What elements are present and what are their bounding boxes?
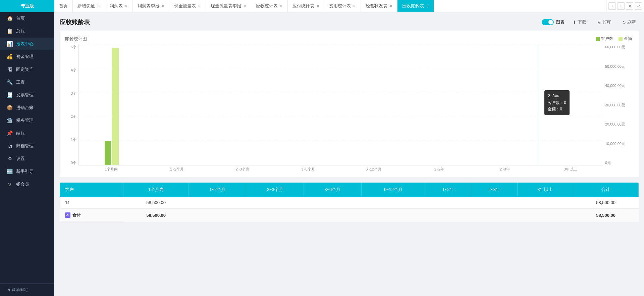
bar-amount-1 — [112, 48, 119, 165]
sidebar-item-salary[interactable]: 🔧 工资 — [0, 76, 54, 89]
tab-close-icon[interactable]: ✕ — [198, 4, 201, 8]
cell-23m — [246, 197, 304, 209]
chart-area: 5个 4个 3个 2个 1个 0个 — [65, 45, 633, 165]
col-23y: 2~3年 — [471, 183, 517, 197]
sidebar-item-invoice[interactable]: 🧾 发票管理 — [0, 89, 54, 101]
tax-icon: 🏦 — [7, 117, 13, 124]
download-label: 下载 — [578, 19, 586, 25]
chart-tooltip: 2~3年 客户数：0 金额：0 — [544, 90, 570, 115]
refresh-label: 刷新 — [627, 19, 636, 25]
tab-ap-stat[interactable]: 应付统计表 ✕ — [288, 0, 324, 12]
tab-new-voucher[interactable]: 新增凭证 ✕ — [73, 0, 105, 12]
tab-biz-status[interactable]: 经营状况表 ✕ — [361, 0, 397, 12]
cell-1m: 58,500.00 — [123, 197, 189, 209]
bar-group-6 — [407, 45, 472, 165]
refresh-btn[interactable]: ↻ 刷新 — [620, 18, 639, 27]
toggle-label: 图表 — [556, 19, 565, 25]
print-btn[interactable]: 🖨 打印 — [594, 18, 614, 27]
tab-expense-stat[interactable]: 费用统计表 ✕ — [324, 0, 361, 12]
sidebar-collapse-btn[interactable]: ◄ 取消固定 — [0, 283, 54, 296]
total-icon: Ai — [65, 212, 70, 218]
sidebar-item-closing[interactable]: 📌 结账 — [0, 127, 54, 140]
tooltip-label: 2~3年 — [548, 93, 566, 99]
sidebar-item-settings[interactable]: ⚙ 设置 — [0, 152, 54, 165]
download-icon: ⬇ — [573, 20, 576, 25]
tab-label: 首页 — [59, 3, 68, 9]
chart-y-axis-right: 60,000.00元 50,000.00元 40,000.00元 30,000.… — [603, 45, 633, 165]
col-1m: 1个月内 — [123, 183, 189, 197]
cell-23y — [471, 197, 517, 209]
toggle-control[interactable] — [542, 19, 554, 25]
closing-icon: 📌 — [7, 130, 13, 136]
tab-close-icon[interactable]: ✕ — [426, 4, 429, 8]
tab-label: 现金流量表 — [174, 3, 196, 9]
sidebar-item-tax[interactable]: 🏦 税务管理 — [0, 114, 54, 127]
tab-label: 利润表季报 — [138, 3, 159, 9]
x-label-612m: 6~12个月 — [341, 167, 407, 172]
tab-close-icon[interactable]: ✕ — [125, 4, 128, 8]
tab-close-icon[interactable]: ✕ — [353, 4, 356, 8]
cell-customer: 11 — [60, 197, 123, 209]
tab-close-icon[interactable]: ✕ — [389, 4, 392, 8]
page-title: 应收账龄表 — [60, 18, 90, 26]
tab-expand-btn[interactable]: ⤢ — [635, 2, 642, 10]
sidebar-item-fund[interactable]: 💰 资金管理 — [0, 50, 54, 63]
chart-inner: 2~3年 客户数：0 金额：0 — [78, 45, 603, 165]
tab-prev-btn[interactable]: ‹ — [608, 2, 616, 10]
tab-label: 费用统计表 — [329, 3, 351, 9]
cell-12m — [189, 197, 246, 209]
sidebar-item-report[interactable]: 📊 报表中心 — [0, 38, 54, 50]
col-12y: 1~2年 — [425, 183, 471, 197]
tooltip-amount: 金额：0 — [548, 106, 566, 112]
sidebar-item-guide[interactable]: 🆕 新手引导 — [0, 165, 54, 178]
chart-x-labels: 1个月内 1~2个月 2~3个月 3~6个月 6~12个月 1~2年 2~3年 … — [65, 167, 633, 172]
sidebar-item-ledger[interactable]: 📋 总账 — [0, 25, 54, 38]
sidebar-item-label: 进销台账 — [16, 105, 34, 111]
tab-cashflow[interactable]: 现金流量表 ✕ — [169, 0, 206, 12]
bar-customers-1 — [105, 141, 111, 165]
tab-label: 应付统计表 — [292, 3, 314, 9]
sidebar-item-assets[interactable]: 🏗 固定资产 — [0, 63, 54, 76]
sidebar-item-vip[interactable]: V 畅会员 — [0, 178, 54, 191]
tab-home[interactable]: 首页 — [54, 0, 73, 12]
tab-close-icon[interactable]: ✕ — [316, 4, 319, 8]
sidebar-item-label: 税务管理 — [16, 117, 34, 124]
salary-icon: 🔧 — [7, 79, 13, 85]
cell-36m — [304, 197, 361, 209]
sidebar-item-label: 固定资产 — [16, 66, 34, 72]
app-logo: 专业版 — [0, 0, 54, 12]
settings-icon: ⚙ — [7, 156, 13, 162]
chart-y-axis-left: 5个 4个 3个 2个 1个 0个 — [65, 45, 78, 165]
x-label-36m: 3~6个月 — [275, 167, 341, 172]
bar-group-3 — [210, 45, 275, 165]
tab-close-icon[interactable]: ✕ — [243, 4, 246, 8]
bar-group-7 — [472, 45, 537, 165]
tab-next-btn[interactable]: › — [617, 2, 625, 10]
sidebar-item-home[interactable]: 🏠 首页 — [0, 12, 54, 25]
sidebar-item-sales[interactable]: 📦 进销台账 — [0, 101, 54, 114]
cell-total-612m — [361, 209, 425, 222]
tab-cashflow-quarterly[interactable]: 现金流量表季报 ✕ — [206, 0, 251, 12]
x-label-12m: 1~2个月 — [144, 167, 210, 172]
tab-label: 现金流量表季报 — [211, 3, 241, 9]
col-12m: 1~2个月 — [189, 183, 246, 197]
legend-customers-dot — [596, 37, 600, 41]
tab-close-all-btn[interactable]: ✕ — [626, 2, 633, 10]
vip-icon: V — [7, 182, 13, 187]
cell-3yplus — [517, 197, 573, 209]
bar-group-2 — [144, 45, 210, 165]
tab-close-icon[interactable]: ✕ — [161, 4, 164, 8]
download-btn[interactable]: ⬇ 下载 — [570, 18, 589, 27]
sidebar-item-label: 结账 — [16, 130, 25, 136]
cell-total-23y — [471, 209, 517, 222]
tab-close-icon[interactable]: ✕ — [97, 4, 100, 8]
guide-icon: 🆕 — [7, 168, 13, 175]
tab-profit[interactable]: 利润表 ✕ — [105, 0, 133, 12]
chart-toggle[interactable]: 图表 — [542, 19, 565, 25]
sidebar-item-archive[interactable]: 🗂 归档管理 — [0, 140, 54, 152]
tab-profit-quarterly[interactable]: 利润表季报 ✕ — [133, 0, 169, 12]
tab-ar-stat[interactable]: 应收统计表 ✕ — [251, 0, 288, 12]
tab-ar-aging[interactable]: 应收账龄表 ✕ — [397, 0, 434, 12]
tab-close-icon[interactable]: ✕ — [280, 4, 283, 8]
tab-bar: 首页 新增凭证 ✕ 利润表 ✕ 利润表季报 ✕ 现金流量表 ✕ 现金流量表季报 … — [54, 0, 644, 12]
